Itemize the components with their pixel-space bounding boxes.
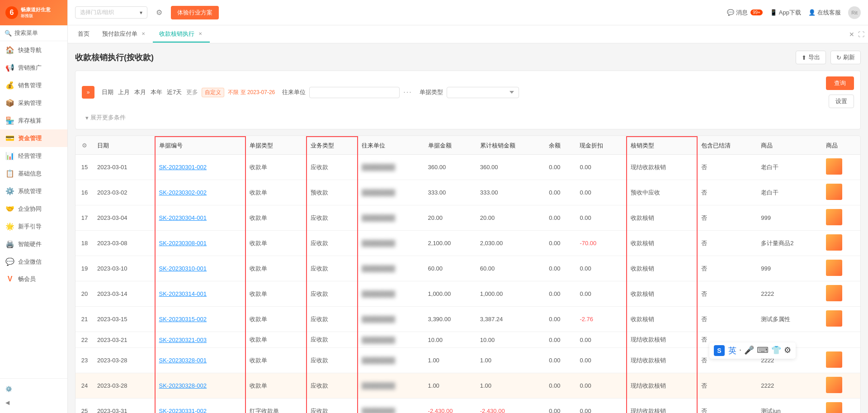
doc-no-link[interactable]: SK-20230304-001 (159, 214, 207, 221)
goods-thumbnail (826, 209, 842, 225)
cell-include-settled: 否 (697, 180, 757, 205)
sidebar-item-enterprise[interactable]: 🤝 企业协同 (0, 200, 67, 218)
messages-badge: 99+ (750, 9, 763, 15)
table-row: 17 2023-03-04 SK-20230304-001 收款单 应收款 ██… (75, 205, 860, 231)
cell-balance: 0.00 (545, 307, 576, 332)
refresh-button[interactable]: ↻ 刷新 (830, 51, 861, 64)
col-doc-no: 单据编号 (155, 137, 246, 155)
doc-no-link[interactable]: SK-20230321-003 (159, 337, 207, 343)
tab-close-all-icon[interactable]: ✕ (849, 31, 854, 38)
date-option-last-7days[interactable]: 近7天 (166, 88, 183, 97)
header-gear-button[interactable]: ⚙ (153, 6, 165, 19)
cell-total-writeoff: -2,430.00 (476, 399, 546, 413)
date-option-more[interactable]: 更多 (185, 88, 199, 97)
cell-settle-type: 收款核销 (627, 281, 697, 307)
sidebar-item-basic-info[interactable]: 📋 基础信息 (0, 165, 67, 182)
filter-expand-button[interactable]: » (82, 86, 94, 99)
cell-doc-type: 收款单 (245, 180, 307, 205)
online-service-button[interactable]: 👤 在线客服 (808, 9, 841, 17)
app-download-button[interactable]: 📱 App下载 (770, 9, 801, 17)
sidebar-item-system[interactable]: ⚙️ 系统管理 (0, 182, 67, 200)
cell-no: 15 (75, 155, 94, 180)
goods-thumbnail (826, 260, 842, 276)
sidebar-item-hardware[interactable]: 🖨️ 智能硬件 (0, 235, 67, 253)
doc-no-link[interactable]: SK-20230331-002 (159, 408, 207, 413)
cell-partner: ████████ (358, 231, 424, 256)
sidebar-item-operations[interactable]: 📊 经营管理 (0, 147, 67, 165)
tab-receivable-close[interactable]: ✕ (197, 31, 203, 37)
sidebar-item-guide[interactable]: 🌟 新手引导 (0, 218, 67, 235)
doc-no-link[interactable]: SK-20230310-001 (159, 265, 207, 272)
table-row: 25 2023-03-31 SK-20230331-002 红字收款单 应收款 … (75, 399, 860, 413)
tab-home[interactable]: 首页 (71, 26, 96, 43)
sidebar-item-sales[interactable]: 💰 销售管理 (0, 76, 67, 94)
doc-type-select[interactable] (447, 87, 519, 98)
tab-fullscreen-icon[interactable]: ⛶ (858, 31, 864, 38)
solution-button[interactable]: 体验行业方案 (171, 6, 219, 19)
cell-doc-no: SK-20230331-002 (155, 399, 246, 413)
sidebar-item-quick-nav[interactable]: 🏠 快捷导航 (0, 41, 67, 59)
page-title: 收款核销执行(按收款) (75, 52, 154, 63)
cell-no: 21 (75, 307, 94, 332)
cell-balance: 0.00 (545, 399, 576, 413)
export-button[interactable]: ⬆ 导出 (796, 51, 826, 64)
cell-goods: 999 (757, 256, 822, 281)
sidebar-item-wechat[interactable]: 💬 企业微信 (0, 253, 67, 271)
date-option-this-year[interactable]: 本年 (150, 88, 163, 97)
tab-payable[interactable]: 预付款应付单 ✕ (96, 26, 153, 43)
user-avatar[interactable]: Rit (848, 6, 861, 19)
cell-total-writeoff: 333.00 (476, 180, 546, 205)
query-button[interactable]: 查询 (826, 76, 854, 90)
sidebar-settings-item[interactable]: ⚙️ (0, 382, 67, 396)
store-selector[interactable]: 选择门店/组织 ▾ (75, 6, 147, 19)
col-amount: 单据金额 (425, 137, 476, 155)
cell-goods-img (822, 155, 861, 180)
sidebar-item-purchase[interactable]: 📦 采购管理 (0, 94, 67, 112)
tab-payable-close[interactable]: ✕ (140, 31, 146, 37)
tab-bar-actions: ✕ ⛶ (849, 31, 864, 38)
cell-balance: 0.00 (545, 281, 576, 307)
search-menu-item[interactable]: 🔍 搜索菜单 (0, 25, 67, 41)
expand-more-button[interactable]: ▾ 展开更多条件 (82, 112, 129, 123)
cell-doc-type: 收款单 (245, 332, 307, 348)
cell-include-settled: 否 (697, 231, 757, 256)
filter-partner-field: 往来单位 ··· (282, 87, 412, 98)
date-option-this-month[interactable]: 本月 (133, 88, 147, 97)
table-settings-icon[interactable]: ⚙ (80, 142, 89, 150)
operations-icon: 📊 (5, 152, 14, 160)
cell-cash-discount: 0.00 (576, 155, 627, 180)
cell-cash-discount: 0.00 (576, 256, 627, 281)
custom-date-button[interactable]: 自定义 (202, 88, 224, 97)
doc-no-link[interactable]: SK-20230328-001 (159, 357, 207, 364)
doc-no-link[interactable]: SK-20230308-001 (159, 240, 207, 247)
cell-total-writeoff: 60.00 (476, 256, 546, 281)
date-option-last-month[interactable]: 上月 (117, 88, 131, 97)
cell-amount: 2,100.00 (425, 231, 476, 256)
logo-text: 畅康道好生意 标推版 (21, 6, 51, 19)
cell-include-settled: 否 (697, 155, 757, 180)
cell-partner: ████████ (358, 155, 424, 180)
sidebar-collapse-item[interactable]: ◀ (0, 396, 67, 409)
cell-balance: 0.00 (545, 205, 576, 231)
cell-date: 2023-03-21 (94, 332, 155, 348)
doc-no-link[interactable]: SK-20230314-001 (159, 290, 207, 297)
sidebar-item-marketing[interactable]: 📢 营销推广 (0, 59, 67, 76)
cell-settle-type: 现结收款核销 (627, 399, 697, 413)
cell-settle-type: 现结收款核销 (627, 155, 697, 180)
doc-no-link[interactable]: SK-20230301-002 (159, 164, 207, 171)
sidebar-item-finance[interactable]: 💳 资金管理 (0, 129, 67, 147)
cell-total-writeoff: 20.00 (476, 205, 546, 231)
doc-no-link[interactable]: SK-20230328-002 (159, 382, 207, 389)
page-header: 收款核销执行(按收款) ⬆ 导出 ↻ 刷新 (75, 51, 861, 64)
cell-include-settled: 否 (697, 205, 757, 231)
partner-input[interactable] (309, 87, 400, 98)
doc-no-link[interactable]: SK-20230302-002 (159, 189, 207, 196)
logo-icon: 6 (5, 6, 18, 19)
messages-button[interactable]: 💬 消息 99+ (727, 9, 763, 17)
col-settle-type: 核销类型 (627, 137, 697, 155)
sidebar-item-inventory[interactable]: 🏪 库存核算 (0, 112, 67, 129)
tab-receivable-exec[interactable]: 收款核销执行 ✕ (153, 26, 210, 43)
sidebar-item-member[interactable]: V 畅会员 (0, 271, 67, 288)
doc-no-link[interactable]: SK-20230315-002 (159, 316, 207, 323)
filter-settings-button[interactable]: 设置 (829, 95, 854, 108)
